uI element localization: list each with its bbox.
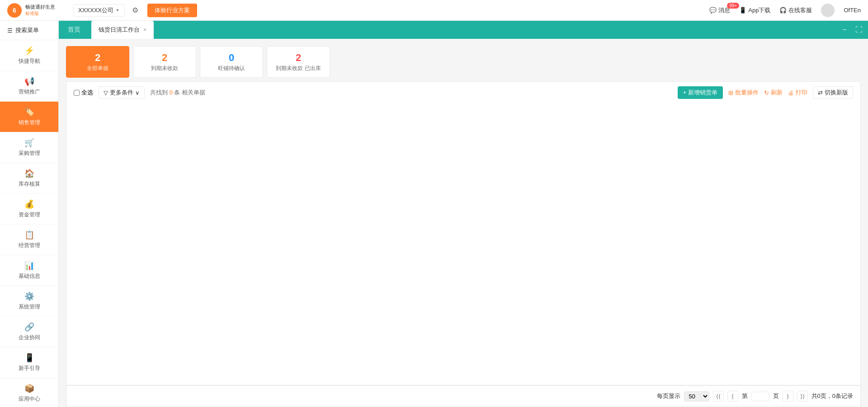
page-total: 共0页，0条记录 xyxy=(811,392,853,400)
page-prev-button[interactable]: ⟨ xyxy=(727,391,738,402)
sidebar-label-system: 系统管理 xyxy=(19,303,40,311)
main-layout: ☰ 搜索菜单 ⚡ 快捷导航 📢 营销推广 🏷️ 销售管理 🛒 采购管理 🏠 库存… xyxy=(0,21,868,407)
print-label: 打印 xyxy=(796,89,807,97)
per-page-select[interactable]: 50 100 200 xyxy=(684,391,709,402)
purchase-icon: 🛒 xyxy=(24,138,34,148)
sidebar-item-guide[interactable]: 📱 新手引导 xyxy=(0,347,58,378)
tab-minimize-icon[interactable]: − xyxy=(839,24,850,35)
sidebar-item-system[interactable]: ⚙️ 系统管理 xyxy=(0,286,58,317)
chevron-down-icon: ▼ xyxy=(115,8,120,13)
print-button[interactable]: 🖨 打印 xyxy=(788,89,807,97)
page-first-button[interactable]: ⟨⟨ xyxy=(713,391,724,402)
sidebar-label-marketing: 营销推广 xyxy=(19,88,40,96)
message-button[interactable]: 💬 消息 99+ xyxy=(709,6,730,14)
sidebar-label-finance: 资金管理 xyxy=(19,211,40,219)
sidebar-item-sales[interactable]: 🏷️ 销售管理 xyxy=(0,102,58,132)
page-last-button[interactable]: ⟩⟩ xyxy=(797,391,808,402)
company-name: XXXXXX公司 xyxy=(78,6,113,14)
filter-icon: ▽ xyxy=(104,89,108,96)
sidebar-item-apps[interactable]: 📦 应用中心 xyxy=(0,378,58,407)
filter-button[interactable]: ▽ 更多条件 ∨ xyxy=(99,86,145,99)
topbar: 6 畅捷通好生意 标准版 XXXXXX公司 ▼ ⚙ 体验行业方案 💬 消息 99… xyxy=(0,0,868,21)
select-all-checkbox[interactable]: 全选 xyxy=(74,89,93,97)
search-icon: ☰ xyxy=(7,27,13,34)
search-menu[interactable]: ☰ 搜索菜单 xyxy=(0,21,58,40)
card-overdue-uncollected[interactable]: 2 到期未收款 xyxy=(133,46,196,78)
page-next-button[interactable]: ⟩ xyxy=(783,391,793,402)
company-selector[interactable]: XXXXXX公司 ▼ xyxy=(73,4,125,17)
username[interactable]: OfTEn xyxy=(844,7,861,14)
apps-icon: 📦 xyxy=(24,384,34,393)
toolbar-left: 全选 ▽ 更多条件 ∨ 共找到 0 条 相关单据 xyxy=(74,86,205,99)
card-label-all: 全部单据 xyxy=(87,65,108,72)
tab-home[interactable]: 首页 xyxy=(59,21,90,39)
trial-button[interactable]: 体验行业方案 xyxy=(147,4,197,17)
headset-icon: 🎧 xyxy=(779,7,787,14)
batch-label: 批量操作 xyxy=(735,89,759,97)
sidebar-item-base-info[interactable]: 📊 基础信息 xyxy=(0,255,58,286)
sidebar-label-apps: 应用中心 xyxy=(19,395,40,403)
card-num-shipped: 2 xyxy=(296,52,301,64)
tab-close-icon[interactable]: × xyxy=(143,27,146,33)
card-label-overdue: 到期未收款 xyxy=(151,65,178,72)
card-num-wangpu: 0 xyxy=(229,52,234,64)
card-overdue-shipped[interactable]: 2 到期未收款 已出库 xyxy=(267,46,330,78)
inventory-icon: 🏠 xyxy=(24,168,34,178)
app-name: 畅捷通好生意 xyxy=(25,4,55,10)
content-area: 首页 钱货日清工作台 × − ⛶ 2 全部单据 2 到期未收款 xyxy=(59,21,868,407)
switch-version-button[interactable]: ⇄ 切换新版 xyxy=(813,86,853,99)
card-num-overdue: 2 xyxy=(162,52,167,64)
page-input[interactable]: 1 xyxy=(751,392,769,401)
message-icon: 💬 xyxy=(709,7,717,14)
cooperation-icon: 🔗 xyxy=(24,322,34,332)
avatar[interactable] xyxy=(821,4,835,17)
refresh-button[interactable]: ↻ 刷新 xyxy=(764,89,783,97)
sidebar-label-purchase: 采购管理 xyxy=(19,150,40,157)
page-label-end: 页 xyxy=(773,392,779,400)
tab-label: 钱货日清工作台 xyxy=(99,26,140,34)
message-badge: 99+ xyxy=(727,3,739,9)
switch-icon: ⇄ xyxy=(818,89,823,96)
card-label-wangpu: 旺铺待确认 xyxy=(218,65,245,72)
switch-label: 切换新版 xyxy=(825,89,848,97)
service-label: 在线客服 xyxy=(788,6,812,14)
batch-icon: ⊞ xyxy=(728,89,733,96)
filter-arrow-icon: ∨ xyxy=(135,89,140,96)
toolbar: 全选 ▽ 更多条件 ∨ 共找到 0 条 相关单据 + 新增销货单 xyxy=(66,81,861,103)
topbar-right: 💬 消息 99+ 📱 App下载 🎧 在线客服 OfTEn xyxy=(709,4,861,17)
sidebar-label-inventory: 库存核算 xyxy=(19,180,40,188)
sidebar-item-cooperation[interactable]: 🔗 企业协同 xyxy=(0,317,58,347)
sidebar-item-purchase[interactable]: 🛒 采购管理 xyxy=(0,132,58,163)
app-download-button[interactable]: 📱 App下载 xyxy=(739,6,770,14)
sidebar-item-operations[interactable]: 📋 经营管理 xyxy=(0,225,58,255)
refresh-label: 刷新 xyxy=(771,89,783,97)
checkbox-input[interactable] xyxy=(74,90,80,96)
per-page-label: 每页显示 xyxy=(657,392,680,400)
toolbar-right: + 新增销货单 ⊞ 批量操作 ↻ 刷新 🖨 打印 ⇄ xyxy=(678,86,853,99)
sidebar-item-quick-nav[interactable]: ⚡ 快捷导航 xyxy=(0,40,58,71)
pagination: 每页显示 50 100 200 ⟨⟨ ⟨ 第 1 页 ⟩ ⟩⟩ 共0页，0条记录 xyxy=(66,385,861,407)
service-button[interactable]: 🎧 在线客服 xyxy=(779,6,812,14)
found-text: 共找到 0 条 相关单据 xyxy=(150,89,205,97)
lightning-icon: ⚡ xyxy=(24,46,34,56)
sidebar-item-marketing[interactable]: 📢 营销推广 xyxy=(0,71,58,102)
sidebar-label-operations: 经营管理 xyxy=(19,242,40,249)
sidebar-item-inventory[interactable]: 🏠 库存核算 xyxy=(0,163,58,194)
app-badge: 标准版 xyxy=(25,10,55,17)
select-all-label: 全选 xyxy=(81,89,93,97)
add-bill-button[interactable]: + 新增销货单 xyxy=(678,86,723,99)
filter-label: 更多条件 xyxy=(110,89,133,97)
sidebar-label-cooperation: 企业协同 xyxy=(19,334,40,342)
sidebar-item-finance[interactable]: 💰 资金管理 xyxy=(0,194,58,225)
card-num-all: 2 xyxy=(95,52,100,64)
tab-expand-icon[interactable]: ⛶ xyxy=(854,24,864,35)
logo-icon: 6 xyxy=(7,3,22,18)
card-wangpu-pending[interactable]: 0 旺铺待确认 xyxy=(200,46,263,78)
sidebar-label-base-info: 基础信息 xyxy=(19,272,40,280)
card-all-bills[interactable]: 2 全部单据 xyxy=(66,46,129,78)
tab-active-page[interactable]: 钱货日清工作台 × xyxy=(91,21,154,39)
table-area xyxy=(66,103,861,385)
marketing-icon: 📢 xyxy=(24,76,34,86)
settings-icon[interactable]: ⚙ xyxy=(128,4,142,17)
batch-action-button[interactable]: ⊞ 批量操作 xyxy=(728,89,759,97)
